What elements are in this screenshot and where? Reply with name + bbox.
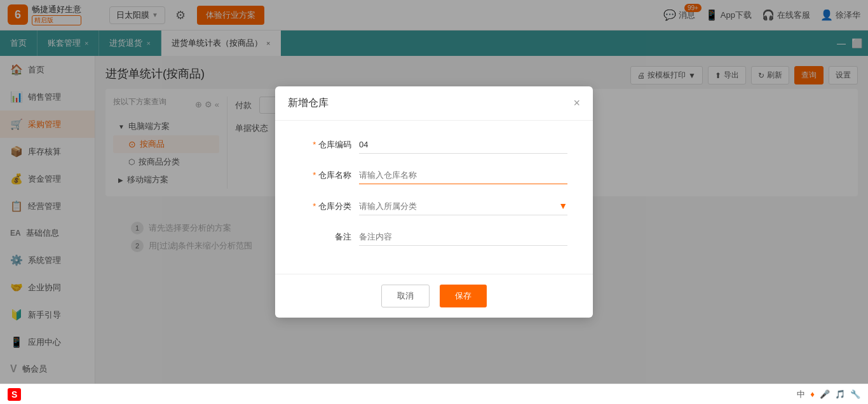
- code-required-mark: *: [313, 140, 316, 149]
- code-input[interactable]: [359, 136, 567, 154]
- category-required-mark: *: [313, 201, 316, 211]
- modal-footer: 取消 保存: [275, 274, 593, 318]
- bottom-bar: S 中 ♦ 🎤 🎵 🔧: [0, 384, 868, 404]
- bottom-icon-mic[interactable]: 🎤: [820, 389, 830, 399]
- form-row-name: * 仓库名称: [301, 166, 567, 184]
- add-warehouse-modal: 新增仓库 × * 仓库编码 * 仓库名称: [275, 86, 593, 318]
- form-row-code: * 仓库编码: [301, 136, 567, 154]
- name-label: * 仓库名称: [301, 170, 351, 181]
- save-button[interactable]: 保存: [440, 285, 487, 307]
- s-logo: S: [8, 388, 21, 401]
- modal-title: 新增仓库: [288, 97, 329, 110]
- remark-label: 备注: [301, 231, 351, 243]
- bottom-icon-diamond[interactable]: ♦: [810, 389, 815, 399]
- modal-close-button[interactable]: ×: [573, 97, 580, 110]
- cancel-button[interactable]: 取消: [381, 285, 430, 307]
- bottom-left: S: [8, 388, 21, 401]
- form-row-remark: 备注: [301, 228, 567, 246]
- bottom-icon-music[interactable]: 🎵: [835, 389, 845, 399]
- code-label: * 仓库编码: [301, 139, 351, 151]
- modal-overlay: 新增仓库 × * 仓库编码 * 仓库名称: [0, 0, 868, 404]
- category-label: * 仓库分类: [301, 201, 351, 212]
- form-row-category: * 仓库分类 ▼: [301, 197, 567, 215]
- category-input[interactable]: [359, 201, 559, 211]
- category-select-row[interactable]: ▼: [359, 197, 567, 215]
- bottom-right: 中 ♦ 🎤 🎵 🔧: [797, 389, 860, 400]
- name-input[interactable]: [359, 166, 567, 184]
- modal-header: 新增仓库 ×: [275, 86, 593, 121]
- category-dropdown-icon: ▼: [559, 201, 567, 211]
- modal-body: * 仓库编码 * 仓库名称 * 仓库分类: [275, 121, 593, 274]
- bottom-icon-tool[interactable]: 🔧: [850, 389, 860, 399]
- bottom-icon-zh[interactable]: 中: [797, 389, 805, 400]
- remark-input[interactable]: [359, 228, 567, 246]
- name-required-mark: *: [313, 170, 316, 180]
